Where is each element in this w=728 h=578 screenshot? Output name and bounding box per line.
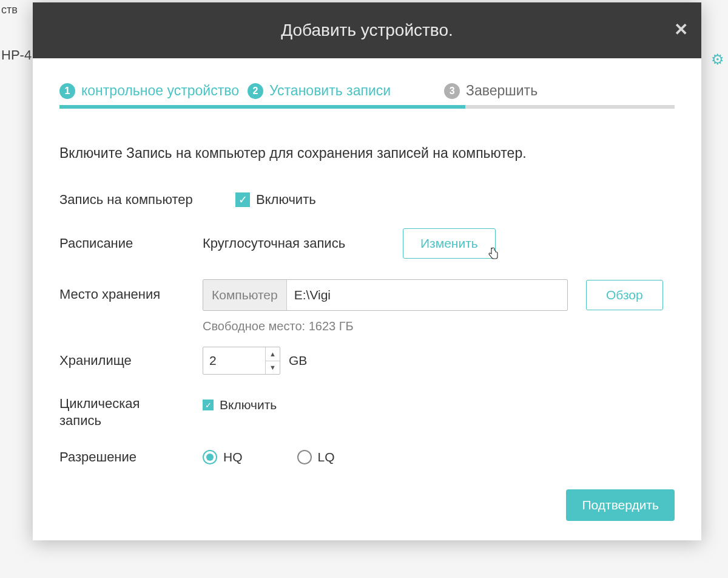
storage-location-row: Место хранения Компьютер E:\Vigi Обзор С… (59, 279, 675, 333)
record-to-pc-label: Запись на компьютер (59, 192, 235, 208)
stepper: 1 контрольное устройство 2 Установить за… (59, 83, 675, 99)
storage-size-label: Хранилище (59, 353, 203, 369)
close-icon[interactable]: ✕ (674, 19, 688, 39)
radio-lq-label: LQ (318, 450, 335, 464)
step-label: Завершить (466, 83, 538, 99)
resolution-label: Разрешение (59, 449, 203, 465)
add-device-modal: Добавить устройство. ✕ 1 контрольное уст… (33, 2, 701, 540)
browse-button[interactable]: Обзор (586, 280, 663, 310)
step-number: 1 (59, 83, 75, 99)
resolution-hq-radio[interactable]: HQ (203, 450, 243, 464)
step-number: 2 (248, 83, 263, 99)
bg-text: ств (1, 4, 18, 16)
stepper-progress (59, 105, 675, 109)
enable-cyclic-checkbox[interactable]: ✓ (203, 399, 214, 410)
storage-label: Место хранения (59, 287, 203, 302)
cyclic-record-label: Циклическая запись (59, 395, 181, 429)
resolution-radio-group: HQ LQ (203, 450, 335, 464)
description-text: Включите Запись на компьютер для сохране… (59, 145, 675, 162)
record-enable-checkbox-group: ✓ Включить (235, 192, 316, 208)
storage-size-row: Хранилище 2 ▲ ▼ GB (59, 347, 675, 375)
modal-header: Добавить устройство. ✕ (33, 2, 701, 58)
step-set-records[interactable]: 2 Установить записи (248, 83, 391, 99)
enable-record-checkbox[interactable]: ✓ (235, 192, 250, 207)
storage-size-stepper[interactable]: 2 ▲ ▼ (203, 347, 280, 375)
schedule-row: Расписание Круглосуточная запись Изменит… (59, 228, 675, 259)
storage-path-value: E:\Vigi (287, 280, 567, 310)
stepper-progress-fill (59, 105, 465, 109)
modal-footer: Подтвердить (59, 489, 675, 521)
radio-hq-label: HQ (223, 450, 243, 464)
step-control-device[interactable]: 1 контрольное устройство (59, 83, 239, 99)
confirm-button[interactable]: Подтвердить (566, 489, 675, 521)
radio-checked-icon (203, 450, 217, 464)
stepper-up-icon[interactable]: ▲ (266, 347, 280, 361)
storage-prefix: Компьютер (203, 280, 287, 310)
storage-size-value: 2 (203, 347, 265, 374)
enable-cyclic-label: Включить (220, 398, 277, 412)
change-schedule-button[interactable]: Изменить (403, 228, 496, 259)
storage-size-unit: GB (289, 353, 307, 368)
step-label: контрольное устройство (81, 83, 239, 99)
step-label: Установить записи (269, 83, 391, 99)
stepper-down-icon[interactable]: ▼ (266, 361, 280, 375)
record-to-pc-row: Запись на компьютер ✓ Включить (59, 192, 675, 208)
resolution-lq-radio[interactable]: LQ (297, 450, 335, 464)
step-number: 3 (444, 83, 460, 99)
storage-path-input[interactable]: Компьютер E:\Vigi (203, 279, 568, 311)
modal-title: Добавить устройство. (281, 21, 453, 40)
gear-icon[interactable]: ⚙ (711, 51, 724, 68)
schedule-value: Круглосуточная запись (203, 236, 403, 251)
step-finish: 3 Завершить (444, 83, 538, 99)
schedule-label: Расписание (59, 236, 203, 251)
free-space-text: Свободное место: 1623 ГБ (203, 319, 675, 333)
cyclic-record-row: Циклическая запись ✓ Включить (59, 395, 675, 429)
resolution-row: Разрешение HQ LQ (59, 449, 675, 465)
bg-text-model: HP-4 (1, 47, 32, 63)
enable-record-label: Включить (256, 192, 316, 208)
radio-unchecked-icon (297, 450, 312, 464)
cyclic-enable-group: ✓ Включить (203, 398, 277, 412)
